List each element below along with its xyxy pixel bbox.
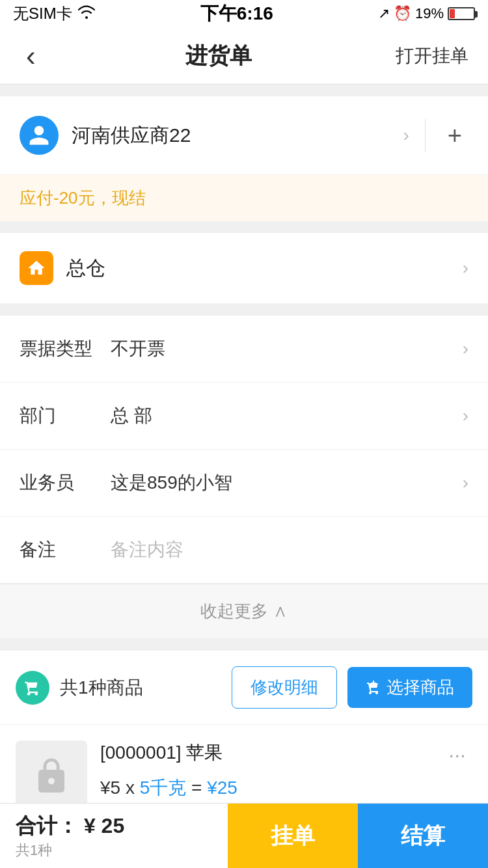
bottom-summary: 合计： ¥ 25 共1种 — [0, 804, 228, 868]
salesperson-chevron-icon: › — [463, 472, 468, 493]
remark-input[interactable]: 备注内容 — [111, 537, 468, 562]
total-amount: 合计： ¥ 25 — [16, 812, 212, 841]
invoice-type-value: 不开票 — [111, 336, 463, 361]
form-section: 票据类型 不开票 › 部门 总 部 › 业务员 这是859的小智 › 备注 备注… — [0, 316, 488, 584]
department-label: 部门 — [20, 403, 111, 428]
remark-row[interactable]: 备注 备注内容 — [0, 517, 488, 584]
department-value: 总 部 — [111, 403, 463, 428]
supplier-chevron-icon: › — [403, 125, 409, 146]
section-gap-1 — [0, 85, 488, 96]
payment-notice: 应付-20元，现结 — [0, 175, 488, 221]
product-thumbnail — [16, 740, 87, 812]
product-more-button[interactable]: ··· — [442, 740, 472, 770]
battery-icon — [448, 7, 475, 20]
location-icon: ↗ — [378, 5, 390, 22]
checkout-button[interactable]: 结算 — [358, 804, 488, 868]
back-button[interactable]: ‹ — [20, 33, 42, 79]
product-qty: 5千克 — [140, 778, 187, 798]
product-equals: = — [191, 778, 207, 798]
remark-label: 备注 — [20, 537, 111, 562]
salesperson-label: 业务员 — [20, 470, 111, 495]
nav-bar: ‹ 进货单 打开挂单 — [0, 27, 488, 85]
product-header: 共1种商品 修改明细 选择商品 — [0, 650, 488, 724]
battery-pct: 19% — [415, 5, 444, 22]
supplier-section: 河南供应商22 › + 应付-20元，现结 — [0, 96, 488, 221]
carrier-label: 无SIM卡 — [13, 3, 72, 24]
edit-detail-button[interactable]: 修改明细 — [232, 666, 337, 709]
product-info: [0000001] 苹果 ¥5 x 5千克 = ¥25 — [100, 740, 429, 800]
warehouse-section: 总仓 › — [0, 233, 488, 304]
select-product-label: 选择商品 — [386, 676, 454, 699]
salesperson-row[interactable]: 业务员 这是859的小智 › — [0, 450, 488, 517]
invoice-type-label: 票据类型 — [20, 336, 111, 361]
product-name: [0000001] 苹果 — [100, 740, 429, 765]
cart-plus-icon — [366, 680, 381, 696]
product-icon — [16, 671, 49, 705]
warehouse-chevron-icon: › — [463, 258, 468, 278]
status-bar: 无SIM卡 下午6:16 ↗ ⏰ 19% — [0, 0, 488, 27]
add-supplier-button[interactable]: + — [441, 122, 468, 150]
page-title: 进货单 — [185, 41, 252, 71]
open-hang-button[interactable]: 打开挂单 — [396, 44, 468, 68]
status-left: 无SIM卡 — [13, 3, 96, 24]
select-product-button[interactable]: 选择商品 — [347, 667, 472, 708]
supplier-divider — [425, 119, 426, 152]
section-gap-3 — [0, 304, 488, 316]
salesperson-value: 这是859的小智 — [111, 470, 463, 495]
supplier-row[interactable]: 河南供应商22 › + — [0, 96, 488, 175]
invoice-type-chevron-icon: › — [463, 338, 468, 359]
total-value: ¥ 25 — [84, 814, 124, 837]
product-unit-price: ¥5 — [100, 778, 120, 798]
product-code: [0000001] — [100, 742, 182, 763]
section-gap-4 — [0, 638, 488, 650]
warehouse-icon — [20, 251, 53, 285]
collapse-button[interactable]: 收起更多 ∧ — [0, 584, 488, 638]
product-price: ¥5 x 5千克 = ¥25 — [100, 776, 429, 800]
alarm-icon: ⏰ — [394, 5, 411, 22]
product-title: 苹果 — [186, 742, 223, 763]
status-time: 下午6:16 — [200, 1, 273, 26]
total-label: 合计： — [16, 814, 78, 837]
total-count: 共1种 — [16, 841, 212, 860]
section-gap-2 — [0, 221, 488, 233]
supplier-name: 河南供应商22 — [72, 122, 403, 149]
status-right: ↗ ⏰ 19% — [378, 5, 475, 22]
bottom-bar: 合计： ¥ 25 共1种 挂单 结算 — [0, 803, 488, 868]
hang-order-button[interactable]: 挂单 — [228, 804, 358, 868]
department-row[interactable]: 部门 总 部 › — [0, 383, 488, 450]
warehouse-name: 总仓 — [66, 255, 463, 282]
supplier-avatar — [20, 116, 59, 155]
wifi-icon — [77, 5, 96, 23]
department-chevron-icon: › — [463, 405, 468, 426]
product-count-label: 共1种商品 — [60, 675, 232, 700]
warehouse-row[interactable]: 总仓 › — [0, 233, 488, 304]
invoice-type-row[interactable]: 票据类型 不开票 › — [0, 316, 488, 383]
product-total: ¥25 — [207, 778, 237, 798]
product-multiply: x — [126, 778, 140, 798]
